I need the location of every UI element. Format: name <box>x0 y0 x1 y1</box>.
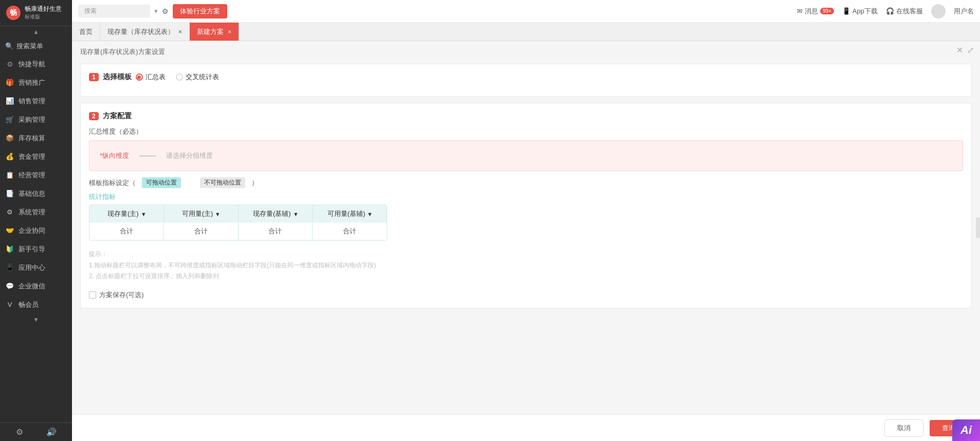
messages-badge: 99+ <box>820 8 834 14</box>
sidebar-item-membership[interactable]: V 畅会员 <box>0 296 72 314</box>
sidebar-item-purchase[interactable]: 🛒 采购管理 <box>0 111 72 129</box>
stats-body-cell-2: 合计 <box>239 223 313 240</box>
sidebar-search-label: 搜索菜单 <box>16 42 43 51</box>
topbar-left: 搜索 ▾ ⚙ 体验行业方案 <box>78 4 793 19</box>
search-icon: 🔍 <box>5 42 13 50</box>
step1-badge: 1 <box>89 73 99 81</box>
stats-col-1[interactable]: 可用量(主) ▾ <box>164 205 239 223</box>
stats-col-0[interactable]: 现存量(主) ▾ <box>89 205 164 223</box>
template-radio-group: 汇总表 交叉统计表 <box>136 72 219 82</box>
sidebar-search[interactable]: 🔍 搜索菜单 <box>0 38 72 55</box>
sidebar-item-label: 新手引导 <box>19 245 45 254</box>
headset-icon: 🎧 <box>886 7 894 15</box>
logo-text: 畅康通好生意 标准版 <box>25 5 62 21</box>
topbar: 搜索 ▾ ⚙ 体验行业方案 ✉ 消息 99+ 📱 App下载 🎧 在线客服 用户… <box>72 0 980 23</box>
vip-icon: V <box>5 300 14 309</box>
stats-title: 统计指标 <box>89 192 963 201</box>
stats-col-3-dropdown-icon: ▾ <box>368 210 372 218</box>
panel-controls: ✕ ⤢ <box>956 45 974 55</box>
sidebar-item-label: 企业微信 <box>19 282 45 291</box>
indicator-close: ） <box>251 178 258 188</box>
user-avatar[interactable] <box>931 4 946 19</box>
tab-inventory-status-label: 现存量（库存状况表） <box>107 27 174 36</box>
dimension-placeholder: 请选择分组维度 <box>166 151 213 160</box>
sidebar-scroll-up[interactable]: ▲ <box>0 26 72 38</box>
radio-cross[interactable]: 交叉统计表 <box>176 72 219 82</box>
panel-close-icon[interactable]: ✕ <box>956 45 963 55</box>
save-option-label: 方案保存(可选) <box>99 290 144 300</box>
resize-handle[interactable] <box>976 217 980 238</box>
tab-new-plan[interactable]: 新建方案 × <box>190 23 239 41</box>
dimension-arrow: —— <box>139 151 156 160</box>
sidebar-item-label: 基础信息 <box>19 189 45 198</box>
stats-table-header: 现存量(主) ▾ 可用量(主) ▾ 现存量(基辅) ▾ <box>89 205 387 223</box>
sidebar-item-finance[interactable]: 💰 资金管理 <box>0 148 72 166</box>
panel-expand-icon[interactable]: ⤢ <box>967 45 974 55</box>
sidebar-item-label: 库存核算 <box>19 134 45 143</box>
sidebar-item-operation[interactable]: 📋 经营管理 <box>0 166 72 185</box>
cancel-button[interactable]: 取消 <box>884 419 923 437</box>
indicator-label: 模板指标设定（ <box>89 178 136 188</box>
stats-col-0-label: 现存量(主) <box>107 209 139 218</box>
sidebar-bottom: ⚙ 🔊 <box>0 422 72 441</box>
stats-section: 统计指标 现存量(主) ▾ 可用量(主) ▾ <box>89 192 963 241</box>
dimension-label: 汇总维度（必选） <box>89 127 963 136</box>
indicator-row: 模板指标设定（ 可拖动位置 不可拖动位置 ） <box>89 177 963 188</box>
stats-body-cell-3: 合计 <box>313 223 387 240</box>
sidebar-item-cooperation[interactable]: 🤝 企业协同 <box>0 222 72 240</box>
tab-inventory-status-close[interactable]: × <box>178 28 182 35</box>
tab-new-plan-close[interactable]: × <box>228 28 231 35</box>
stats-col-2[interactable]: 现存量(基辅) ▾ <box>239 205 313 223</box>
dimension-required-mark: *纵向维度 <box>100 151 129 160</box>
stats-col-0-dropdown-icon: ▾ <box>142 210 146 218</box>
sidebar-item-app-center[interactable]: 📱 应用中心 <box>0 259 72 277</box>
guide-icon: 🔰 <box>5 245 14 254</box>
logo-icon: 畅 <box>6 6 21 20</box>
trial-button[interactable]: 体验行业方案 <box>173 4 227 19</box>
sidebar-item-label: 系统管理 <box>19 208 45 217</box>
sidebar-item-inventory[interactable]: 📦 库存核算 <box>0 129 72 148</box>
dimension-area[interactable]: *纵向维度 —— 请选择分组维度 <box>89 140 963 171</box>
topbar-search-box[interactable]: 搜索 <box>78 5 150 17</box>
stats-body-cell-1: 合计 <box>164 223 239 240</box>
sidebar-item-label: 采购管理 <box>19 115 45 124</box>
dropdown-icon[interactable]: ▾ <box>154 7 158 15</box>
tab-home[interactable]: 首页 <box>72 23 100 41</box>
sidebar-item-wechat[interactable]: 💬 企业微信 <box>0 277 72 296</box>
sidebar-item-sales[interactable]: 📊 销售管理 <box>0 92 72 111</box>
mobile-icon: 📱 <box>5 263 14 272</box>
sidebar-scroll-down[interactable]: ▼ <box>0 314 72 325</box>
sidebar-item-new-guide[interactable]: 🔰 新手引导 <box>0 240 72 259</box>
save-option: 方案保存(可选) <box>89 290 963 300</box>
sidebar-logo: 畅 畅康通好生意 标准版 <box>0 0 72 26</box>
sidebar-item-system[interactable]: ⚙ 系统管理 <box>0 203 72 222</box>
tab-home-label: 首页 <box>79 27 93 36</box>
online-service-button[interactable]: 🎧 在线客服 <box>886 7 923 16</box>
stats-body-cell-0: 合计 <box>89 223 164 240</box>
sidebar-item-basic-info[interactable]: 📑 基础信息 <box>0 185 72 203</box>
step2-section: 2 方案配置 汇总维度（必选） *纵向维度 —— 请选择分组维度 模板指标设定（… <box>80 103 972 308</box>
speaker-bottom-icon[interactable]: 🔊 <box>46 427 57 437</box>
tips-line-1: 2. 点击标题栏下拉可设置排序、插入列和删除列 <box>89 271 963 282</box>
sidebar-item-marketing[interactable]: 🎁 营销推广 <box>0 74 72 92</box>
sidebar-item-quick-nav[interactable]: ⊙ 快捷导航 <box>0 55 72 74</box>
settings-bottom-icon[interactable]: ⚙ <box>16 427 23 437</box>
sidebar-item-label: 应用中心 <box>19 263 45 272</box>
sidebar-item-label: 企业协同 <box>19 226 45 235</box>
stats-col-1-label: 可用量(主) <box>182 209 213 218</box>
save-checkbox[interactable] <box>89 291 96 299</box>
stats-col-3[interactable]: 可用量(基辅) ▾ <box>313 205 387 223</box>
sidebar: 畅 畅康通好生意 标准版 ▲ 🔍 搜索菜单 ⊙ 快捷导航 🎁 营销推广 📊 销售… <box>0 0 72 441</box>
username-label[interactable]: 用户名 <box>954 7 974 16</box>
settings-icon[interactable]: ⚙ <box>162 7 169 15</box>
tab-inventory-status[interactable]: 现存量（库存状况表） × <box>100 23 190 41</box>
radio-summary[interactable]: 汇总表 <box>136 72 166 82</box>
stats-col-1-dropdown-icon: ▾ <box>216 210 220 218</box>
sidebar-item-label: 快捷导航 <box>19 60 45 69</box>
online-service-label: 在线客服 <box>896 7 923 16</box>
app-download-button[interactable]: 📱 App下载 <box>842 7 878 16</box>
main-area: 搜索 ▾ ⚙ 体验行业方案 ✉ 消息 99+ 📱 App下载 🎧 在线客服 用户… <box>72 0 980 441</box>
ai-badge[interactable]: Ai <box>952 419 980 441</box>
step1-title: 选择模板 <box>103 72 132 82</box>
messages-button[interactable]: ✉ 消息 99+ <box>797 7 834 16</box>
